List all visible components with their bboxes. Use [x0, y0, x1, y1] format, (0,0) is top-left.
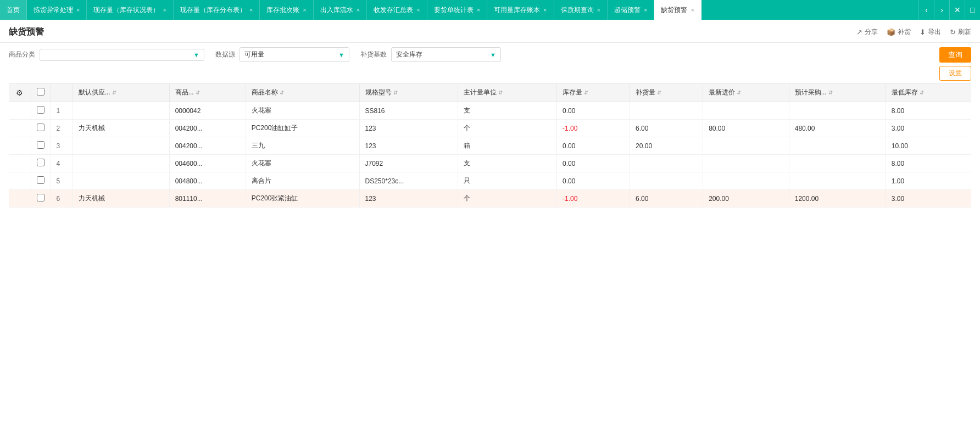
row-spec: J7092 — [359, 155, 458, 172]
tab-item-stock-status[interactable]: 现存量（库存状况表）× — [87, 0, 173, 20]
tab-item-home[interactable]: 首页 — [0, 0, 27, 20]
col-header-min-stock[interactable]: 最低库存 ⇵ — [886, 83, 971, 102]
tab-item-exception[interactable]: 拣货异常处理× — [27, 0, 87, 20]
replenish-select[interactable]: 安全库存 ▼ — [391, 47, 501, 62]
tab-item-expire[interactable]: 保质期查询× — [554, 0, 608, 20]
tab-close-all-button[interactable]: ✕ — [949, 0, 965, 20]
row-unit: 个 — [458, 190, 557, 208]
row-checkbox-2[interactable] — [37, 124, 44, 131]
tab-close-stock-status[interactable]: × — [163, 7, 166, 13]
col-header-stock-qty[interactable]: 库存量 ⇵ — [557, 83, 630, 102]
tab-close-receive[interactable]: × — [416, 7, 420, 13]
tab-close-inout[interactable]: × — [357, 7, 360, 13]
col-header-settings: ⚙ — [9, 83, 31, 102]
row-num: 3 — [51, 137, 73, 155]
tab-item-batch[interactable]: 库存批次账× — [260, 0, 313, 20]
datasource-select[interactable]: 可用量 ▼ — [240, 47, 349, 62]
row-latest-price: 200.00 — [703, 190, 789, 208]
page-title: 缺货预警 — [9, 26, 856, 38]
tab-item-overstock[interactable]: 超储预警× — [608, 0, 654, 20]
tab-close-available[interactable]: × — [543, 7, 547, 13]
table-settings-icon[interactable]: ⚙ — [16, 88, 23, 97]
tab-item-available[interactable]: 可用量库存账本× — [487, 0, 554, 20]
row-product-name: 三九 — [246, 137, 359, 155]
sort-supplier-icon: ⇵ — [112, 89, 116, 96]
sort-replenish-icon: ⇵ — [657, 89, 661, 96]
row-product-code: 004800... — [169, 172, 246, 190]
row-latest-price — [703, 155, 789, 172]
tab-close-stock-dist[interactable]: × — [249, 7, 253, 13]
row-settings — [9, 190, 31, 208]
tab-close-overstock[interactable]: × — [644, 7, 647, 13]
row-check[interactable] — [31, 120, 51, 137]
row-check[interactable] — [31, 137, 51, 155]
category-label: 商品分类 — [9, 50, 35, 59]
row-product-code: 801110... — [169, 190, 246, 208]
header-actions: ↗ 分享 📦 补货 ⬇ 导出 ↻ 刷新 — [856, 27, 971, 37]
settings-button[interactable]: 设置 — [939, 66, 971, 81]
col-header-supplier[interactable]: 默认供应... ⇵ — [73, 83, 169, 102]
tab-close-order-stat[interactable]: × — [477, 7, 480, 13]
row-unit: 支 — [458, 155, 557, 172]
row-replenish-qty — [630, 172, 703, 190]
replenish-button[interactable]: 📦 补货 — [887, 27, 911, 37]
row-check[interactable] — [31, 190, 51, 208]
sort-min-icon: ⇵ — [920, 89, 924, 96]
tab-item-receive[interactable]: 收发存汇总表× — [367, 0, 427, 20]
col-header-product-code[interactable]: 商品... ⇵ — [169, 83, 246, 102]
col-header-spec[interactable]: 规格型号 ⇵ — [359, 83, 458, 102]
category-select[interactable]: ▼ — [40, 49, 204, 61]
replenish-arrow-icon: ▼ — [490, 52, 496, 58]
tab-close-batch[interactable]: × — [303, 7, 306, 13]
col-header-latest-price[interactable]: 最新进价 ⇵ — [703, 83, 789, 102]
tab-close-shortage[interactable]: × — [691, 7, 694, 13]
row-product-name: PC200张紧油缸 — [246, 190, 359, 208]
row-checkbox-6[interactable] — [37, 194, 44, 201]
col-header-estimated[interactable]: 预计采购... ⇵ — [789, 83, 886, 102]
tab-item-order-stat[interactable]: 要货单统计表× — [427, 0, 487, 20]
tab-next-button[interactable]: › — [934, 0, 949, 20]
tab-close-exception[interactable]: × — [76, 7, 80, 13]
row-checkbox-4[interactable] — [37, 159, 44, 166]
row-supplier — [73, 102, 169, 120]
datasource-label: 数据源 — [215, 50, 235, 59]
col-header-replenish-qty[interactable]: 补货量 ⇵ — [630, 83, 703, 102]
row-num: 2 — [51, 120, 73, 137]
row-checkbox-1[interactable] — [37, 106, 44, 114]
tab-item-shortage[interactable]: 缺货预警× — [654, 0, 701, 20]
table-row: 3 004200... 三九 123 箱 0.00 20.00 10.00 — [9, 137, 971, 155]
row-num: 6 — [51, 190, 73, 208]
row-replenish-qty: 6.00 — [630, 120, 703, 137]
row-check[interactable] — [31, 172, 51, 190]
select-all-checkbox[interactable] — [37, 88, 44, 96]
tab-prev-button[interactable]: ‹ — [918, 0, 934, 20]
share-button[interactable]: ↗ 分享 — [856, 27, 878, 37]
row-spec: 123 — [359, 120, 458, 137]
share-icon: ↗ — [856, 28, 862, 36]
row-replenish-qty — [630, 155, 703, 172]
row-replenish-qty: 6.00 — [630, 190, 703, 208]
row-unit: 箱 — [458, 137, 557, 155]
tab-close-expire[interactable]: × — [597, 7, 600, 13]
col-header-unit[interactable]: 主计量单位 ⇵ — [458, 83, 557, 102]
col-header-product-name[interactable]: 商品名称 ⇵ — [246, 83, 359, 102]
row-supplier — [73, 172, 169, 190]
tab-item-stock-dist[interactable]: 现存量（库存分布表）× — [174, 0, 260, 20]
row-min-stock: 8.00 — [886, 155, 971, 172]
export-button[interactable]: ⬇ 导出 — [920, 27, 941, 37]
row-settings — [9, 155, 31, 172]
tab-maximize-button[interactable]: □ — [965, 0, 980, 20]
row-stock-qty: -1.00 — [557, 190, 630, 208]
row-spec: 123 — [359, 190, 458, 208]
row-checkbox-3[interactable] — [37, 141, 44, 149]
row-check[interactable] — [31, 155, 51, 172]
query-button[interactable]: 查询 — [939, 47, 971, 63]
tab-item-inout[interactable]: 出入库流水× — [314, 0, 367, 20]
row-stock-qty: 0.00 — [557, 155, 630, 172]
row-supplier: 力天机械 — [73, 190, 169, 208]
refresh-button[interactable]: ↻ 刷新 — [950, 27, 971, 37]
row-checkbox-5[interactable] — [37, 176, 44, 184]
table-header-row: ⚙ 默认供应... ⇵ 商品... — [9, 83, 971, 102]
row-check[interactable] — [31, 102, 51, 120]
row-supplier: 力天机械 — [73, 120, 169, 137]
